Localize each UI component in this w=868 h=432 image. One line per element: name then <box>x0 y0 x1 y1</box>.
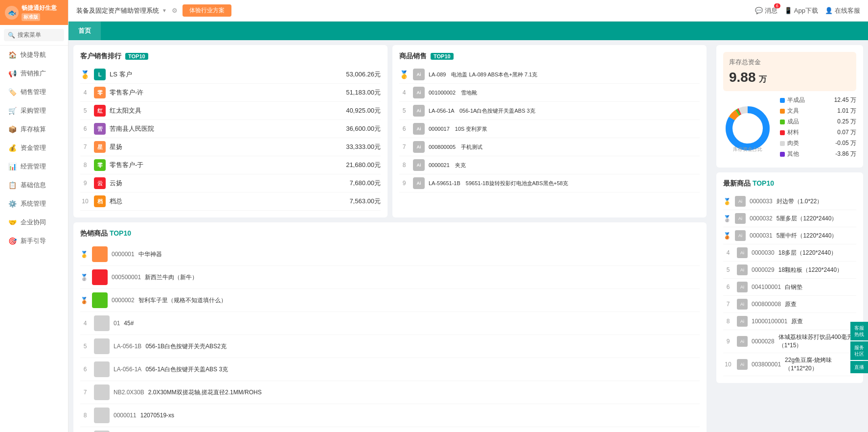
search-menu-button[interactable]: 🔍 搜索菜单 <box>4 29 64 41</box>
rank-number: 6 <box>80 366 90 373</box>
rank-number: 4 <box>80 89 90 96</box>
system-icon: ⚙️ <box>8 199 17 208</box>
rank-medal: 🥇 <box>80 70 90 79</box>
app-edition: 标准版 <box>22 13 40 21</box>
legend-name: 文具 <box>787 107 837 115</box>
legend-item: 肉类 -0.05 万 <box>780 139 856 147</box>
table-row: 🥇 L LS 客户 53,006.26元 <box>80 66 381 84</box>
app-logo: 🐟 畅捷通好生意 标准版 <box>0 0 68 25</box>
tab-home[interactable]: 首页 <box>69 22 101 40</box>
rank-number: 10 <box>80 198 90 205</box>
customer-amount: 53,006.26元 <box>346 70 381 79</box>
inventory-card: 库存总资金 9.88 万 <box>716 45 863 168</box>
product-thumb <box>92 246 108 262</box>
purchase-icon: 🛒 <box>8 106 17 115</box>
sidebar-item-system[interactable]: ⚙️ 系统管理 <box>0 194 68 213</box>
legend-item: 材料 0.07 万 <box>780 128 856 137</box>
header-title-area: 装备及固定资产辅助管理系统 ▼ <box>76 6 167 15</box>
customer-name: 零售客户-于 <box>110 161 342 169</box>
page-tabs: 首页 <box>69 22 868 40</box>
product-info: 001000002 雪地靴 <box>429 89 700 96</box>
legend-value: 0.07 万 <box>837 128 856 137</box>
sidebar-item-purchase[interactable]: 🛒 采购管理 <box>0 101 68 120</box>
sidebar-item-inventory[interactable]: 📦 库存核算 <box>0 120 68 139</box>
sidebar-item-basic-info[interactable]: 📋 基础信息 <box>0 176 68 194</box>
float-service-hotline[interactable]: 客服热线 <box>850 322 868 340</box>
product-thumb <box>94 338 110 354</box>
sidebar-item-finance[interactable]: 💰 资金管理 <box>0 139 68 157</box>
list-item: 8 0000011 12070519-xs <box>80 404 700 427</box>
customer-name: LS 客户 <box>110 70 342 79</box>
main-navigation: 🏠 快捷导航 📢 营销推广 🏷️ 销售管理 🛒 采购管理 📦 库存核算 💰 资金… <box>0 46 68 432</box>
avatar: 零 <box>94 159 106 171</box>
rank-number: 9 <box>80 180 90 187</box>
online-service-item[interactable]: 👤 在线客服 <box>825 6 860 15</box>
product-thumb <box>94 361 110 377</box>
app-download-item[interactable]: 📱 App下载 <box>784 6 818 15</box>
product-thumb-icon: Ai <box>413 87 425 98</box>
product-thumb-icon: Ai <box>413 177 425 189</box>
float-service: 客服热线 服务社区 直播 <box>850 322 868 373</box>
sidebar-item-label: 基础信息 <box>21 181 46 190</box>
list-item: 7 NB2.0X30B 2.0X30MM双搓花轴,搓花直径2.1MM/ROHS <box>80 381 700 404</box>
product-icon: Ai <box>737 336 748 347</box>
rank-medal: 🥇 <box>80 251 88 258</box>
home-icon: 🏠 <box>8 50 17 59</box>
title-dropdown-icon[interactable]: ▼ <box>162 8 167 13</box>
table-row: 4 零 零售客户-许 51,183.00元 <box>80 84 381 102</box>
online-service-label: 在线客服 <box>835 6 860 15</box>
inventory-amount: 9.88 万 <box>729 70 850 85</box>
rank-number: 5 <box>80 343 90 350</box>
product-ranking-table: 🥇 Ai LA-089 电池盖 LA-089 ABS本色+黑种 7.1克 4 A… <box>399 66 700 192</box>
trial-button[interactable]: 体验行业方案 <box>183 4 231 17</box>
finance-icon: 💰 <box>8 144 17 152</box>
customer-name: 红太阳文具 <box>110 106 342 115</box>
hot-products-title: 热销商品 TOP10 <box>80 229 700 238</box>
rank-number: 7 <box>80 389 90 396</box>
product-icon: Ai <box>737 282 748 292</box>
rank-number: 4 <box>399 89 409 96</box>
list-item: 🥇 Ai 0000033 封边带（1.0*22） <box>723 193 856 210</box>
sidebar-item-collaboration[interactable]: 🤝 企业协同 <box>0 213 68 232</box>
rank-number: 6 <box>723 284 733 290</box>
product-icon: Ai <box>737 264 748 275</box>
float-service-live[interactable]: 直播 <box>850 361 868 373</box>
list-item: 9 KK-SD22110H 花语萌恒温分雕罐袋（厚款） <box>80 427 700 432</box>
product-icon: Ai <box>737 247 748 258</box>
sidebar-item-label: 销售管理 <box>21 88 46 96</box>
sidebar-item-label: 系统管理 <box>21 199 46 208</box>
settings-icon[interactable]: ⚙ <box>172 7 178 14</box>
product-info: 0000017 10S 变利罗浆 <box>429 125 700 133</box>
rank-number: 6 <box>80 125 90 132</box>
product-icon: Ai <box>737 316 748 327</box>
product-ranking-title: 商品销售 TOP10 <box>399 52 700 61</box>
float-service-community[interactable]: 服务社区 <box>850 341 868 360</box>
product-top-badge: TOP10 <box>431 53 454 60</box>
table-row: 5 Ai LA-056-1A 056-1A白色按键开关盖ABS 3克 <box>399 102 700 120</box>
sidebar-item-home[interactable]: 🏠 快捷导航 <box>0 46 68 64</box>
customer-name: 零售客户-许 <box>110 88 342 97</box>
sidebar-item-sales[interactable]: 🏷️ 销售管理 <box>0 83 68 101</box>
sidebar-item-operations[interactable]: 📊 经营管理 <box>0 157 68 176</box>
rankings-section: 客户销售排行 TOP10 🥇 L LS 客户 53,006.26元 4 零 <box>73 45 707 217</box>
message-badge: 6 <box>774 3 780 8</box>
product-thumb <box>94 408 110 423</box>
sidebar-item-guide[interactable]: 🎯 新手引导 <box>0 232 68 250</box>
legend-name: 其他 <box>787 150 835 158</box>
customer-amount: 7,680.00元 <box>349 179 381 188</box>
message-item[interactable]: 💬 消息 6 <box>755 6 777 15</box>
product-thumb-icon: Ai <box>413 105 425 117</box>
product-icon: Ai <box>735 196 746 207</box>
product-thumb <box>94 315 110 331</box>
rank-number: 8 <box>723 318 733 325</box>
avatar: 星 <box>94 141 106 153</box>
hot-products-list: 🥇 0000001 中华神器 🥈 000500001 新西兰牛肉（新牛） 🥉 <box>80 243 700 432</box>
rank-medal: 🥈 <box>80 274 88 281</box>
list-item: 7 Ai 000800008 原查 <box>723 296 856 313</box>
sidebar-item-marketing[interactable]: 📢 营销推广 <box>0 64 68 83</box>
sidebar-item-label: 快捷导航 <box>21 50 46 59</box>
app-download-label: App下载 <box>794 6 818 15</box>
rank-number: 8 <box>399 162 409 168</box>
sidebar-item-label: 新手引导 <box>21 237 46 245</box>
legend-dot <box>780 141 785 146</box>
